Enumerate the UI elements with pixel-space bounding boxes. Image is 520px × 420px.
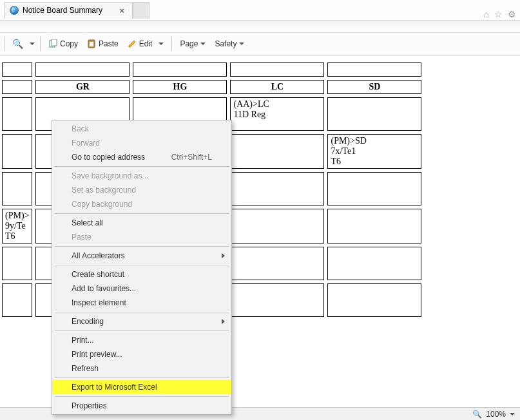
cell-blank: [327, 62, 421, 77]
menu-item-save-background-as: Save background as...: [52, 169, 231, 183]
menu-divider: [55, 246, 229, 247]
menu-item-set-as-background: Set as background: [52, 183, 231, 197]
menu-item-select-all[interactable]: Select all: [52, 216, 231, 230]
table-cell: [327, 283, 421, 317]
table-cell: [2, 172, 32, 205]
copy-button[interactable]: Copy: [46, 38, 81, 50]
paste-label: Paste: [99, 39, 119, 48]
safety-label: Safety: [215, 39, 236, 48]
col-header-lc: LC: [230, 80, 324, 94]
zoom-dropdown-icon[interactable]: [510, 413, 515, 415]
copy-icon: [48, 39, 57, 48]
table-cell: [230, 134, 324, 169]
menu-item-forward: Forward: [52, 136, 231, 150]
menu-item-inspect-element[interactable]: Inspect element: [52, 296, 231, 310]
zoom-button[interactable]: 🔍: [10, 37, 26, 50]
home-icon[interactable]: ⌂: [484, 9, 489, 19]
menu-item-print[interactable]: Print...: [52, 333, 231, 347]
table-cell: (PM)>SD 7x/Te1 T6: [327, 134, 421, 169]
menu-item-label: All Accelerators: [72, 251, 125, 260]
menu-item-label: Forward: [72, 138, 100, 148]
menu-item-shortcut: Ctrl+Shift+L: [171, 153, 212, 162]
zoom-dropdown[interactable]: [30, 43, 35, 45]
cell-blank: [35, 62, 130, 77]
favorites-icon[interactable]: ☆: [494, 9, 503, 19]
menu-item-label: Print...: [72, 336, 94, 345]
table-cell: [2, 283, 32, 317]
menu-item-all-accelerators[interactable]: All Accelerators: [52, 249, 231, 263]
context-menu: BackForwardGo to copied addressCtrl+Shif…: [52, 120, 232, 415]
table-cell: [327, 97, 421, 131]
ie-icon: [10, 6, 19, 15]
table-cell: [2, 247, 32, 280]
menu-item-label: Save background as...: [72, 171, 148, 180]
table-cell: [230, 209, 324, 243]
menu-item-label: Print preview...: [72, 350, 122, 359]
edit-button[interactable]: Edit: [125, 38, 167, 50]
menu-item-go-to-copied-address[interactable]: Go to copied addressCtrl+Shift+L: [52, 150, 231, 164]
safety-menu[interactable]: Safety: [212, 38, 247, 50]
cell-blank: [2, 62, 32, 77]
copy-label: Copy: [60, 39, 78, 48]
menu-item-properties[interactable]: Properties: [52, 399, 231, 413]
command-bar: 🔍 Copy Paste Edit Page Safety: [0, 32, 520, 55]
table-cell: [327, 172, 421, 205]
menu-item-label: Create shortcut: [72, 270, 124, 279]
tabstrip: Notice Board Summary ×: [0, 0, 520, 21]
tools-icon[interactable]: ⚙: [508, 9, 516, 19]
menu-divider: [55, 312, 229, 312]
menu-item-create-shortcut[interactable]: Create shortcut: [52, 267, 231, 282]
table-cell: (PM)> 9y/Te T6: [2, 209, 32, 243]
menu-item-label: Select all: [72, 218, 103, 227]
menu-item-label: Properties: [72, 401, 107, 410]
paste-button[interactable]: Paste: [84, 38, 121, 50]
menu-item-label: Back: [72, 124, 89, 133]
menu-item-label: Encoding: [72, 317, 104, 326]
paste-icon: [87, 39, 96, 48]
menu-item-export-to-microsoft-excel[interactable]: Export to Microsoft Excel: [52, 380, 231, 394]
table-cell: [2, 134, 32, 169]
menu-item-label: Copy background: [72, 200, 132, 209]
menu-divider: [55, 377, 229, 378]
edit-dropdown-icon: [159, 43, 164, 45]
menu-item-label: Set as background: [72, 186, 136, 195]
table-cell: (AA)>LC 11D Reg: [230, 97, 324, 131]
menu-divider: [55, 265, 229, 265]
menu-divider: [55, 330, 229, 331]
menu-item-encoding[interactable]: Encoding: [52, 314, 231, 329]
col-header-gr: GR: [35, 80, 130, 94]
menu-item-back: Back: [52, 122, 231, 136]
magnifier-icon: 🔍: [472, 410, 482, 419]
table-cell: [2, 97, 32, 131]
table-cell: [327, 209, 421, 243]
menu-divider: [55, 213, 229, 214]
tab-close-button[interactable]: ×: [117, 6, 127, 15]
menu-item-label: Refresh: [72, 364, 99, 373]
table-cell: [327, 247, 421, 280]
zoom-level: 100%: [486, 410, 506, 419]
menu-item-copy-background: Copy background: [52, 197, 231, 211]
menu-item-add-to-favourites[interactable]: Add to favourites...: [52, 282, 231, 296]
new-tab-button[interactable]: [133, 2, 149, 19]
page-menu[interactable]: Page: [177, 38, 208, 50]
edit-label: Edit: [139, 39, 153, 48]
table-cell: [230, 172, 324, 205]
menu-item-label: Go to copied address: [72, 153, 145, 162]
svg-rect-1: [52, 39, 57, 46]
magnifier-icon: 🔍: [12, 39, 23, 49]
menu-item-refresh[interactable]: Refresh: [52, 361, 231, 376]
tab-notice-board-summary[interactable]: Notice Board Summary ×: [4, 2, 133, 19]
col-header-hg: HG: [133, 80, 227, 94]
table-cell: [230, 247, 324, 280]
safety-dropdown-icon: [239, 43, 244, 45]
menu-item-label: Export to Microsoft Excel: [72, 383, 157, 392]
menu-item-label: Inspect element: [72, 298, 126, 307]
menu-item-print-preview[interactable]: Print preview...: [52, 347, 231, 361]
menu-item-label: Paste: [72, 233, 91, 242]
menu-item-label: Add to favourites...: [72, 284, 136, 293]
table-cell: [230, 283, 324, 317]
svg-rect-3: [90, 42, 93, 46]
row-header-blank: [2, 80, 32, 94]
menu-item-paste: Paste: [52, 230, 231, 244]
cell-blank: [133, 62, 227, 77]
